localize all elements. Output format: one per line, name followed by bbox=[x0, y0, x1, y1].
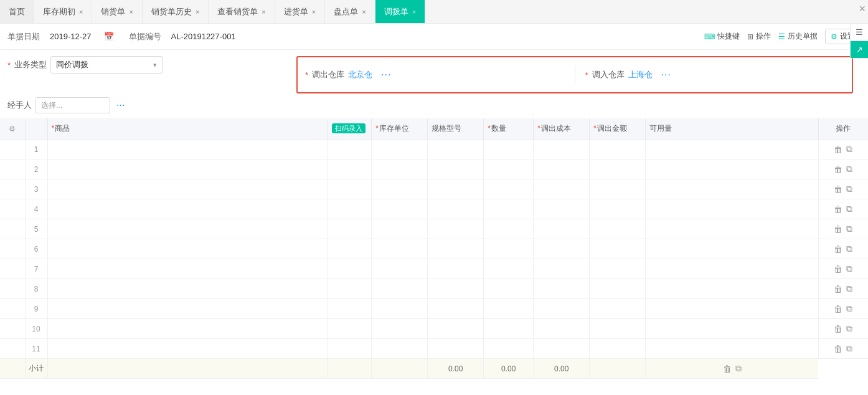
cell-amount-10[interactable] bbox=[590, 319, 646, 339]
history-button[interactable]: ☰ 历史单据 bbox=[778, 31, 818, 42]
cell-spec-7[interactable] bbox=[428, 259, 484, 279]
cell-unit-8[interactable] bbox=[372, 279, 428, 299]
cell-amount-5[interactable] bbox=[590, 219, 646, 239]
subtotal-delete-icon[interactable]: 🗑 bbox=[723, 364, 732, 374]
cell-unit-5[interactable] bbox=[372, 219, 428, 239]
shortcut-button[interactable]: ⌨ 快捷键 bbox=[704, 31, 740, 42]
cell-qty-6[interactable] bbox=[484, 239, 534, 259]
close-tab-sales-history[interactable]: × bbox=[196, 8, 199, 16]
cell-cost-2[interactable] bbox=[534, 159, 590, 179]
cell-cost-11[interactable] bbox=[534, 339, 590, 359]
cell-qty-7[interactable] bbox=[484, 259, 534, 279]
cell-cost-8[interactable] bbox=[534, 279, 590, 299]
cell-spec-3[interactable] bbox=[428, 179, 484, 199]
delete-icon-4[interactable]: 🗑 bbox=[834, 204, 842, 214]
cell-product-5[interactable] bbox=[47, 219, 328, 239]
subtotal-copy-icon[interactable]: ⧉ bbox=[735, 363, 742, 374]
copy-icon-6[interactable]: ⧉ bbox=[846, 244, 852, 254]
cell-product-8[interactable] bbox=[47, 279, 328, 299]
calendar-icon[interactable]: 📅 bbox=[104, 32, 114, 41]
cell-product-7[interactable] bbox=[47, 259, 328, 279]
delete-icon-10[interactable]: 🗑 bbox=[834, 324, 842, 334]
cell-product-11[interactable] bbox=[47, 339, 328, 359]
cell-qty-5[interactable] bbox=[484, 219, 534, 239]
tab-sales-history[interactable]: 销货单历史 × bbox=[143, 0, 209, 23]
copy-icon-2[interactable]: ⧉ bbox=[846, 164, 852, 174]
cell-spec-6[interactable] bbox=[428, 239, 484, 259]
cell-qty-11[interactable] bbox=[484, 339, 534, 359]
cell-spec-2[interactable] bbox=[428, 159, 484, 179]
close-tab-purchase-order[interactable]: × bbox=[312, 8, 316, 16]
right-panel-list-btn[interactable]: ☰ bbox=[851, 24, 868, 41]
copy-icon-11[interactable]: ⧉ bbox=[846, 343, 852, 354]
right-panel-external-btn[interactable]: ↗ bbox=[851, 41, 868, 59]
cell-cost-10[interactable] bbox=[534, 319, 590, 339]
copy-icon-9[interactable]: ⧉ bbox=[846, 303, 852, 314]
close-tab-transfer[interactable]: × bbox=[412, 8, 416, 16]
delete-icon-11[interactable]: 🗑 bbox=[834, 344, 842, 354]
tab-sales-order[interactable]: 销货单 × bbox=[92, 0, 142, 23]
close-tab-view-sales[interactable]: × bbox=[262, 8, 265, 16]
cell-product-3[interactable] bbox=[47, 179, 328, 199]
cell-unit-7[interactable] bbox=[372, 259, 428, 279]
cell-qty-8[interactable] bbox=[484, 279, 534, 299]
cell-spec-10[interactable] bbox=[428, 319, 484, 339]
operation-button[interactable]: ⊞ 操作 bbox=[747, 31, 771, 42]
delete-icon-8[interactable]: 🗑 bbox=[834, 284, 842, 294]
delete-icon-6[interactable]: 🗑 bbox=[834, 244, 842, 254]
cell-unit-2[interactable] bbox=[372, 159, 428, 179]
warehouse-out-value[interactable]: 北京仓 bbox=[348, 69, 372, 80]
cell-product-1[interactable] bbox=[47, 140, 328, 159]
cell-amount-3[interactable] bbox=[590, 179, 646, 199]
cell-spec-5[interactable] bbox=[428, 219, 484, 239]
tab-inventory-init[interactable]: 库存期初 × bbox=[34, 0, 92, 23]
delete-icon-5[interactable]: 🗑 bbox=[834, 224, 842, 234]
warehouse-in-value[interactable]: 上海仓 bbox=[628, 69, 653, 80]
copy-icon-3[interactable]: ⧉ bbox=[846, 184, 852, 194]
tab-purchase-order[interactable]: 进货单 × bbox=[275, 0, 325, 23]
cell-amount-1[interactable] bbox=[590, 140, 646, 159]
warehouse-in-more-icon[interactable]: ··· bbox=[661, 69, 671, 80]
cell-product-4[interactable] bbox=[47, 199, 328, 219]
cell-unit-9[interactable] bbox=[372, 299, 428, 319]
cell-spec-11[interactable] bbox=[428, 339, 484, 359]
tab-home[interactable]: 首页 bbox=[0, 0, 34, 23]
close-tab-sales-order[interactable]: × bbox=[129, 8, 133, 16]
tab-transfer[interactable]: 调拨单 × bbox=[375, 0, 425, 23]
cell-amount-6[interactable] bbox=[590, 239, 646, 259]
cell-cost-7[interactable] bbox=[534, 259, 590, 279]
cell-qty-10[interactable] bbox=[484, 319, 534, 339]
date-value[interactable]: 2019-12-27 bbox=[50, 32, 92, 41]
delete-icon-9[interactable]: 🗑 bbox=[834, 304, 842, 314]
business-type-select[interactable]: 同价调拨 ▾ bbox=[50, 56, 163, 74]
delete-icon-2[interactable]: 🗑 bbox=[834, 164, 842, 174]
cell-qty-9[interactable] bbox=[484, 299, 534, 319]
close-tab-stocktake[interactable]: × bbox=[362, 8, 366, 16]
cell-unit-10[interactable] bbox=[372, 319, 428, 339]
cell-unit-6[interactable] bbox=[372, 239, 428, 259]
tab-stocktake[interactable]: 盘点单 × bbox=[325, 0, 375, 23]
close-tab-inventory-init[interactable]: × bbox=[79, 8, 83, 16]
delete-icon-1[interactable]: 🗑 bbox=[834, 145, 842, 155]
tab-view-sales[interactable]: 查看销货单 × bbox=[209, 0, 275, 23]
cell-product-2[interactable] bbox=[47, 159, 328, 179]
warehouse-out-more-icon[interactable]: ··· bbox=[381, 69, 391, 80]
cell-amount-8[interactable] bbox=[590, 279, 646, 299]
cell-qty-3[interactable] bbox=[484, 179, 534, 199]
delete-icon-3[interactable]: 🗑 bbox=[834, 184, 842, 194]
cell-product-10[interactable] bbox=[47, 319, 328, 339]
copy-icon-4[interactable]: ⧉ bbox=[846, 204, 852, 214]
cell-amount-11[interactable] bbox=[590, 339, 646, 359]
handler-more-icon[interactable]: ··· bbox=[116, 100, 125, 111]
copy-icon-8[interactable]: ⧉ bbox=[846, 283, 852, 294]
cell-cost-6[interactable] bbox=[534, 239, 590, 259]
handler-select[interactable]: 选择... bbox=[35, 97, 110, 113]
cell-spec-8[interactable] bbox=[428, 279, 484, 299]
delete-icon-7[interactable]: 🗑 bbox=[834, 264, 842, 274]
close-window-button[interactable]: × bbox=[859, 3, 866, 14]
cell-amount-9[interactable] bbox=[590, 299, 646, 319]
copy-icon-7[interactable]: ⧉ bbox=[846, 264, 852, 274]
cell-cost-4[interactable] bbox=[534, 199, 590, 219]
cell-cost-3[interactable] bbox=[534, 179, 590, 199]
cell-unit-4[interactable] bbox=[372, 199, 428, 219]
